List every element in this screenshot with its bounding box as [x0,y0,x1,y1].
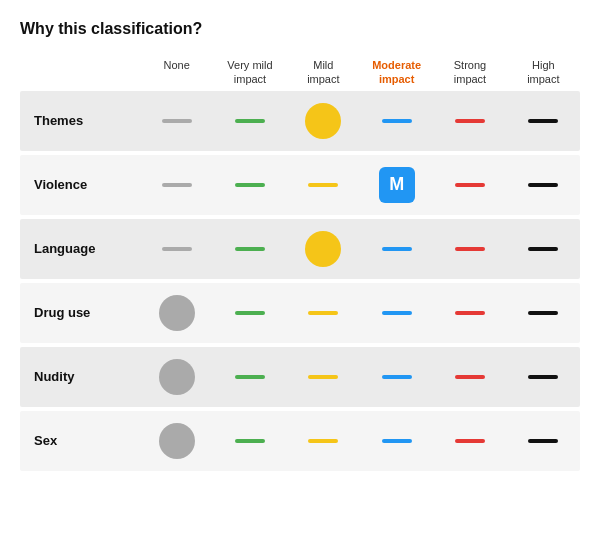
col-header-moderate: Moderateimpact [360,58,433,87]
table-row: ViolenceM [20,155,580,215]
indicator-cell [287,231,360,267]
col-header-none: None [140,58,213,87]
indicator-cell [140,295,213,331]
table-row: Themes [20,91,580,151]
indicator-cell [360,439,433,443]
indicator-cell [140,119,213,123]
indicator-cell [360,119,433,123]
indicator-cell [287,103,360,139]
row-label: Drug use [20,305,140,320]
indicator-cell [360,375,433,379]
indicator-cell [213,119,286,123]
table-row: Nudity [20,347,580,407]
col-header-mild: Mildimpact [287,58,360,87]
indicator-cell [140,423,213,459]
table-body: ThemesViolenceMLanguageDrug useNuditySex [20,91,580,471]
table-row: Language [20,219,580,279]
col-header-high: Highimpact [507,58,580,87]
indicator-cell [507,439,580,443]
indicator-cell [360,311,433,315]
table-header: None Very mildimpact Mildimpact Moderate… [20,58,580,87]
indicator-cell [507,375,580,379]
table-row: Drug use [20,283,580,343]
indicator-cell [213,439,286,443]
indicator-cell [287,311,360,315]
indicator-cell [507,183,580,187]
indicator-cell [213,375,286,379]
indicator-cell [213,247,286,251]
indicator-cell [507,311,580,315]
indicator-cell [287,375,360,379]
col-header-category [20,58,140,87]
page-title: Why this classification? [20,20,580,38]
indicator-cell [433,183,506,187]
col-header-strong: Strongimpact [433,58,506,87]
indicator-cell [360,247,433,251]
indicator-cell [213,311,286,315]
indicator-cell [433,119,506,123]
indicator-cell [507,247,580,251]
indicator-cell [433,247,506,251]
indicator-cell [213,183,286,187]
indicator-cell: M [360,167,433,203]
indicator-cell [287,183,360,187]
row-label: Themes [20,113,140,128]
indicator-cell [287,439,360,443]
indicator-cell [140,247,213,251]
row-label: Sex [20,433,140,448]
classification-table: None Very mildimpact Mildimpact Moderate… [20,58,580,471]
table-row: Sex [20,411,580,471]
indicator-cell [507,119,580,123]
indicator-cell [140,359,213,395]
indicator-cell [433,375,506,379]
indicator-cell [433,439,506,443]
indicator-cell [433,311,506,315]
col-header-very-mild: Very mildimpact [213,58,286,87]
row-label: Violence [20,177,140,192]
row-label: Nudity [20,369,140,384]
row-label: Language [20,241,140,256]
indicator-cell [140,183,213,187]
